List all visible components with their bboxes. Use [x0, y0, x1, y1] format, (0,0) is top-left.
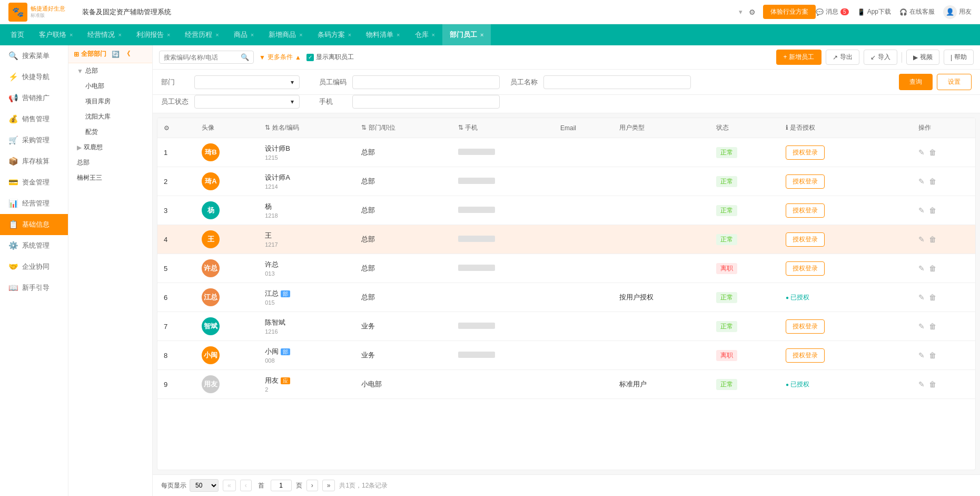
edit-icon[interactable]: ✎: [918, 293, 925, 302]
tab-warehouse[interactable]: 仓库 ×: [408, 24, 442, 45]
close-icon[interactable]: ×: [118, 32, 121, 38]
tab-history[interactable]: 经营历程 ×: [177, 24, 226, 45]
dept-node-xiaodianbu[interactable]: 小电部: [73, 79, 152, 94]
sidebar-item-basic[interactable]: 📋 基础信息: [0, 214, 68, 235]
col-phone[interactable]: ⇅ 手机: [452, 118, 554, 138]
next-page-btn[interactable]: ›: [306, 480, 318, 491]
status-select[interactable]: ▾: [194, 95, 300, 109]
dept-select[interactable]: ▾: [194, 75, 300, 89]
tab-bom[interactable]: 物料清单 ×: [359, 24, 407, 45]
dept-refresh-icon[interactable]: 🔄: [112, 51, 120, 58]
edit-icon[interactable]: ✎: [918, 206, 925, 215]
sidebar-item-business[interactable]: 📊 经营管理: [0, 193, 68, 214]
col-settings[interactable]: ⚙: [157, 118, 195, 138]
tab-customer[interactable]: 客户联络 ×: [32, 24, 80, 45]
close-icon[interactable]: ×: [251, 32, 254, 38]
edit-icon[interactable]: ✎: [918, 177, 925, 186]
sidebar-item-inventory[interactable]: 📦 库存核算: [0, 151, 68, 172]
edit-icon[interactable]: ✎: [918, 235, 925, 244]
edit-icon[interactable]: ✎: [918, 322, 925, 330]
app-download-button[interactable]: 📱 App下载: [857, 7, 891, 16]
close-icon[interactable]: ×: [432, 32, 435, 38]
emp-name-input[interactable]: [543, 75, 691, 89]
tab-goods[interactable]: 商品 ×: [226, 24, 261, 45]
auth-login-button[interactable]: 授权登录: [786, 261, 825, 276]
delete-icon[interactable]: 🗑: [929, 351, 936, 359]
auth-login-button[interactable]: 授权登录: [786, 145, 825, 160]
close-icon[interactable]: ×: [348, 32, 351, 38]
trial-button[interactable]: 体验行业方案: [763, 5, 816, 19]
auth-login-button[interactable]: 授权登录: [786, 203, 825, 218]
auth-login-button[interactable]: 授权登录: [786, 174, 825, 189]
info-icon[interactable]: ℹ: [786, 124, 788, 131]
import-button[interactable]: ↙ 导入: [864, 50, 897, 65]
edit-icon[interactable]: ✎: [918, 148, 925, 157]
col-dept[interactable]: ⇅ 部门/职位: [355, 118, 451, 138]
video-button[interactable]: ▶ 视频: [906, 50, 939, 65]
edit-icon[interactable]: ✎: [918, 264, 925, 273]
per-page-select[interactable]: 50 100: [190, 479, 219, 492]
tab-home[interactable]: 首页: [3, 24, 32, 45]
dept-node-zongbu2[interactable]: 总部: [68, 155, 152, 170]
show-resigned-toggle[interactable]: ✓ 显示离职员工: [306, 53, 354, 62]
dept-node-peihuo[interactable]: 配货: [73, 124, 152, 140]
page-number-input[interactable]: [271, 480, 292, 491]
delete-icon[interactable]: 🗑: [929, 293, 936, 302]
close-icon[interactable]: ×: [167, 32, 170, 38]
settings-icon[interactable]: ⚙: [749, 8, 756, 16]
close-icon[interactable]: ×: [480, 32, 483, 38]
last-page-btn[interactable]: »: [322, 480, 335, 491]
tab-profit[interactable]: 利润报告 ×: [129, 24, 177, 45]
dept-node-shuanglu[interactable]: ▶ 双鹿想: [68, 140, 152, 155]
first-page-btn[interactable]: «: [223, 480, 236, 491]
search-input[interactable]: [164, 54, 237, 61]
delete-icon[interactable]: 🗑: [929, 177, 936, 186]
dept-node-zongbu[interactable]: ▼ 总部: [68, 63, 152, 79]
delete-icon[interactable]: 🗑: [929, 322, 936, 330]
col-name[interactable]: ⇅ 姓名/编码: [259, 118, 355, 138]
user-menu-button[interactable]: 👤 用友: [943, 5, 972, 19]
dept-node-shenyang[interactable]: 沈阳大库: [73, 109, 152, 124]
query-button[interactable]: 查询: [899, 74, 933, 90]
auth-login-button[interactable]: 授权登录: [786, 319, 825, 334]
sidebar-item-sales[interactable]: 💰 销售管理: [0, 109, 68, 130]
sidebar-item-guide[interactable]: 📖 新手引导: [0, 277, 68, 298]
prev-page-btn[interactable]: ‹: [240, 480, 252, 491]
edit-icon[interactable]: ✎: [918, 351, 925, 359]
delete-icon[interactable]: 🗑: [929, 206, 936, 215]
dept-collapse-icon[interactable]: 《: [124, 50, 130, 59]
delete-icon[interactable]: 🗑: [929, 148, 936, 157]
phone-input[interactable]: [352, 95, 500, 109]
tab-barcode[interactable]: 条码方案 ×: [310, 24, 359, 45]
close-icon[interactable]: ×: [397, 32, 400, 38]
auth-login-button[interactable]: 授权登录: [786, 232, 825, 247]
set-button[interactable]: 设置: [937, 74, 972, 90]
sidebar-item-shortcut[interactable]: ⚡ 快捷导航: [0, 66, 68, 87]
sidebar-item-system[interactable]: ⚙️ 系统管理: [0, 235, 68, 256]
delete-icon[interactable]: 🗑: [929, 264, 936, 273]
sidebar-item-purchase[interactable]: 🛒 采购管理: [0, 130, 68, 151]
search-icon-btn[interactable]: 🔍: [241, 53, 249, 61]
more-filter-btn[interactable]: ▼ 更多条件 ▲: [259, 53, 301, 62]
sidebar-item-marketing[interactable]: 📢 营销推广: [0, 87, 68, 109]
chevron-down-icon[interactable]: ▾: [739, 8, 743, 16]
emp-code-input[interactable]: [352, 75, 500, 89]
auth-login-button[interactable]: 授权登录: [786, 348, 825, 363]
edit-icon[interactable]: ✎: [918, 380, 925, 388]
sidebar-item-search[interactable]: 🔍 搜索菜单: [0, 45, 68, 66]
tab-department[interactable]: 部门员工 ×: [442, 24, 491, 45]
close-icon[interactable]: ×: [215, 32, 219, 38]
online-service-button[interactable]: 🎧 在线客服: [899, 7, 935, 16]
sidebar-item-finance[interactable]: 💳 资金管理: [0, 172, 68, 193]
export-button[interactable]: ↗ 导出: [826, 50, 859, 65]
close-icon[interactable]: ×: [299, 32, 302, 38]
delete-icon[interactable]: 🗑: [929, 235, 936, 244]
dept-node-project[interactable]: 项目库房: [73, 94, 152, 109]
tab-add-goods[interactable]: 新增商品 ×: [261, 24, 310, 45]
more-button[interactable]: | 帮助: [944, 50, 974, 65]
delete-icon[interactable]: 🗑: [929, 380, 936, 388]
close-icon[interactable]: ×: [70, 32, 73, 38]
tab-operation[interactable]: 经营情况 ×: [80, 24, 128, 45]
dept-node-nanshu[interactable]: 楠树王三: [68, 170, 152, 186]
add-employee-button[interactable]: + 新增员工: [776, 50, 821, 65]
